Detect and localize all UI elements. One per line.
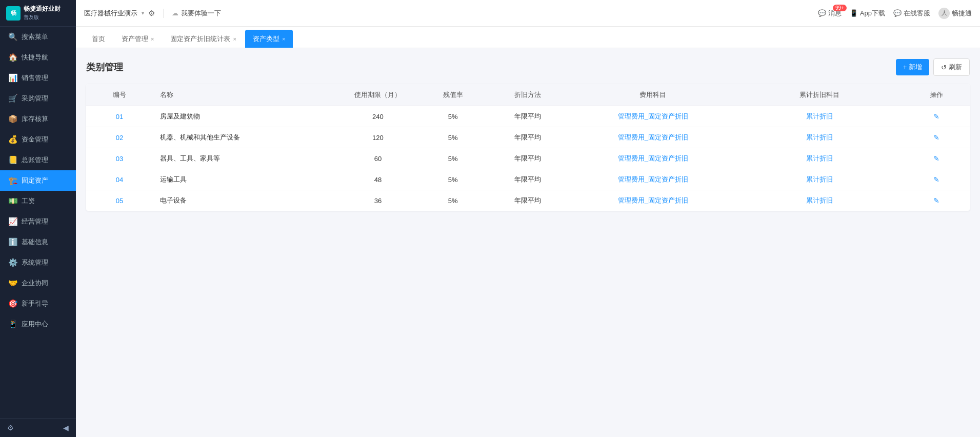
sidebar-icon-app-center: 📱 xyxy=(8,320,17,329)
table-row: 04运输工具485%年限平均管理费用_固定资产折旧累计折旧✎ xyxy=(86,169,970,190)
content-area: 类别管理 + 新增 ↺ 刷新 编号名称使用期限（月）残值率折旧方法费用科目累计折… xyxy=(76,48,980,437)
cell-action-0[interactable]: ✎ xyxy=(903,106,970,127)
expense-link-2[interactable]: 管理费用_固定资产折旧 xyxy=(618,154,688,162)
accum-link-1[interactable]: 累计折旧 xyxy=(806,133,833,141)
refresh-button[interactable]: ↺ 刷新 xyxy=(933,58,970,76)
expense-link-4[interactable]: 管理费用_固定资产折旧 xyxy=(618,196,688,204)
expense-link-0[interactable]: 管理费用_固定资产折旧 xyxy=(618,112,688,120)
cell-expense-4: 管理费用_固定资产折旧 xyxy=(570,190,736,211)
settings-icon[interactable]: ⚙ xyxy=(7,424,14,432)
tab-home[interactable]: 首页 xyxy=(84,30,113,48)
topbar-dropdown-icon[interactable]: ▾ xyxy=(142,10,144,16)
edit-icon-3[interactable]: ✎ xyxy=(933,175,939,184)
tab-label-depreciation-report: 固定资产折旧统计表 xyxy=(170,34,230,44)
sidebar-item-guide[interactable]: 🎯 新手引导 xyxy=(0,293,76,314)
accum-link-4[interactable]: 累计折旧 xyxy=(806,196,833,204)
sidebar-item-finance[interactable]: 💰 资金管理 xyxy=(0,129,76,150)
cloud-icon: ☁ xyxy=(172,9,178,17)
topbar-label-app-download: App下载 xyxy=(860,9,885,18)
sidebar-item-basic-info[interactable]: ℹ️ 基础信息 xyxy=(0,232,76,252)
tab-close-depreciation-report[interactable]: × xyxy=(233,36,236,42)
edit-icon-1[interactable]: ✎ xyxy=(933,133,939,142)
sidebar-item-fixed-assets[interactable]: 🏗️ 固定资产 xyxy=(0,170,76,191)
topbar-app-download[interactable]: 📱 App下载 xyxy=(850,9,885,18)
tab-depreciation-report[interactable]: 固定资产折旧统计表× xyxy=(163,30,244,48)
topbar: 医疗器械行业演示 ▾ ⚙ ☁ 我要体验一下 99+💬 消息📱 App下载💬 在线… xyxy=(76,0,980,27)
sidebar-item-purchase[interactable]: 🛒 采购管理 xyxy=(0,88,76,109)
cell-period-4: 36 xyxy=(336,190,420,211)
sidebar-icon-purchase: 🛒 xyxy=(8,94,17,103)
code-link-2[interactable]: 03 xyxy=(116,155,123,163)
sidebar-label-quick-nav: 快捷导航 xyxy=(22,53,48,62)
cell-expense-1: 管理费用_固定资产折旧 xyxy=(570,127,736,148)
sidebar-item-ledger[interactable]: 📒 总账管理 xyxy=(0,150,76,170)
page-header: 类别管理 + 新增 ↺ 刷新 xyxy=(86,58,970,76)
code-link-0[interactable]: 01 xyxy=(116,113,123,121)
sidebar-item-sales[interactable]: 📊 销售管理 xyxy=(0,68,76,88)
sidebar-item-system[interactable]: ⚙️ 系统管理 xyxy=(0,252,76,273)
cell-method-0: 年限平均 xyxy=(486,106,570,127)
expense-link-1[interactable]: 管理费用_固定资产折旧 xyxy=(618,133,688,141)
cloud-text: 我要体验一下 xyxy=(181,9,221,18)
cell-name-0: 房屋及建筑物 xyxy=(153,106,336,127)
sidebar-item-quick-nav[interactable]: 🏠 快捷导航 xyxy=(0,47,76,68)
topbar-cloud[interactable]: ☁ 我要体验一下 xyxy=(172,9,221,18)
accum-link-2[interactable]: 累计折旧 xyxy=(806,154,833,162)
sidebar-icon-search: 🔍 xyxy=(8,32,17,42)
sidebar-item-salary[interactable]: 💵 工资 xyxy=(0,191,76,211)
sidebar-title: 畅捷通好业财 xyxy=(24,5,61,13)
accum-link-0[interactable]: 累计折旧 xyxy=(806,112,833,120)
cell-code-4: 05 xyxy=(86,190,153,211)
cell-name-3: 运输工具 xyxy=(153,169,336,190)
expense-link-3[interactable]: 管理费用_固定资产折旧 xyxy=(618,175,688,183)
tab-close-asset-mgmt[interactable]: × xyxy=(151,36,154,42)
collapse-icon[interactable]: ◀ xyxy=(63,424,69,432)
sidebar-label-operations: 经营管理 xyxy=(22,217,48,226)
tab-label-home: 首页 xyxy=(92,34,105,44)
sidebar-icon-system: ⚙️ xyxy=(8,258,17,267)
sidebar-label-salary: 工资 xyxy=(22,196,35,206)
topbar-label-online-service: 在线客服 xyxy=(904,9,930,18)
sidebar-nav: 🔍 搜索菜单 🏠 快捷导航 📊 销售管理 🛒 采购管理 📦 库存核算 💰 资金管… xyxy=(0,27,76,418)
new-button[interactable]: + 新增 xyxy=(896,59,929,75)
topbar-app-section: 医疗器械行业演示 ▾ ⚙ xyxy=(84,9,155,18)
table-row: 05电子设备365%年限平均管理费用_固定资产折旧累计折旧✎ xyxy=(86,190,970,211)
cell-period-2: 60 xyxy=(336,148,420,169)
cell-action-1[interactable]: ✎ xyxy=(903,127,970,148)
topbar-settings-icon[interactable]: ⚙ xyxy=(148,9,155,18)
tab-label-asset-mgmt: 资产管理 xyxy=(122,34,148,44)
code-link-4[interactable]: 05 xyxy=(116,197,123,205)
sidebar-item-operations[interactable]: 📈 经营管理 xyxy=(0,211,76,232)
data-table: 编号名称使用期限（月）残值率折旧方法费用科目累计折旧科目操作 01房屋及建筑物2… xyxy=(86,84,970,211)
cell-action-2[interactable]: ✎ xyxy=(903,148,970,169)
topbar-messages[interactable]: 99+💬 消息 xyxy=(818,9,842,18)
sidebar-icon-operations: 📈 xyxy=(8,217,17,226)
tab-asset-type[interactable]: 资产类型× xyxy=(245,30,293,48)
topbar-user[interactable]: 人 畅捷通 xyxy=(938,8,972,19)
edit-icon-4[interactable]: ✎ xyxy=(933,196,939,205)
edit-icon-0[interactable]: ✎ xyxy=(933,112,939,121)
sidebar-label-ledger: 总账管理 xyxy=(22,155,48,165)
cell-expense-3: 管理费用_固定资产折旧 xyxy=(570,169,736,190)
sidebar-label-fixed-assets: 固定资产 xyxy=(22,176,48,185)
cell-code-0: 01 xyxy=(86,106,153,127)
code-link-3[interactable]: 04 xyxy=(116,176,123,184)
tab-asset-mgmt[interactable]: 资产管理× xyxy=(114,30,162,48)
page-title: 类别管理 xyxy=(86,61,123,73)
tab-close-asset-type[interactable]: × xyxy=(282,36,285,42)
accum-link-3[interactable]: 累计折旧 xyxy=(806,175,833,183)
cell-action-4[interactable]: ✎ xyxy=(903,190,970,211)
cell-action-3[interactable]: ✎ xyxy=(903,169,970,190)
topbar-online-service[interactable]: 💬 在线客服 xyxy=(893,9,930,18)
sidebar-label-system: 系统管理 xyxy=(22,258,48,267)
sidebar-item-enterprise[interactable]: 🤝 企业协同 xyxy=(0,273,76,293)
sidebar-item-search[interactable]: 🔍 搜索菜单 xyxy=(0,27,76,47)
edit-icon-2[interactable]: ✎ xyxy=(933,154,939,163)
code-link-1[interactable]: 02 xyxy=(116,134,123,142)
sidebar-icon-quick-nav: 🏠 xyxy=(8,53,17,62)
sidebar-item-app-center[interactable]: 📱 应用中心 xyxy=(0,314,76,334)
sidebar-icon-salary: 💵 xyxy=(8,196,17,206)
sidebar-item-inventory[interactable]: 📦 库存核算 xyxy=(0,109,76,129)
cell-period-3: 48 xyxy=(336,169,420,190)
cell-accum-3: 累计折旧 xyxy=(736,169,903,190)
